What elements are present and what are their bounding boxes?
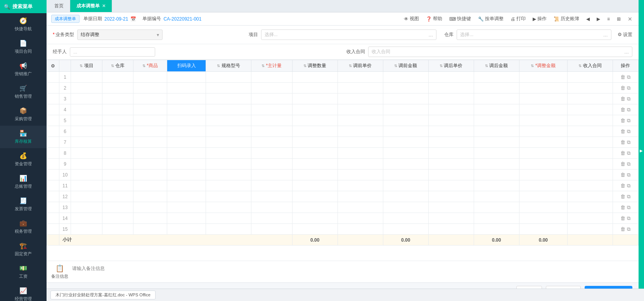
row-scan-input[interactable]: [167, 83, 206, 93]
tab-close-icon[interactable]: ✕: [102, 3, 106, 9]
row-adjust-qty[interactable]: [292, 83, 338, 93]
row-after-price[interactable]: [428, 137, 474, 148]
row-unit[interactable]: [251, 72, 292, 83]
row-scan-input[interactable]: [167, 170, 206, 180]
batch-adjust-btn[interactable]: 🔧 按单调整: [476, 15, 505, 23]
row-after-amount[interactable]: [474, 213, 519, 224]
table-row[interactable]: 8 🗑 ⧉: [47, 148, 639, 159]
row-scan-input[interactable]: [167, 180, 206, 191]
sidebar-item-payroll[interactable]: 💵 工资: [0, 261, 47, 283]
row-after-price[interactable]: [428, 115, 474, 126]
row-project[interactable]: [71, 213, 102, 224]
row-unit[interactable]: [251, 213, 292, 224]
row-adjust-amount[interactable]: [519, 72, 567, 83]
row-scan-input[interactable]: [167, 213, 206, 224]
col-unit[interactable]: ⇅ *主计量: [251, 60, 292, 72]
row-project[interactable]: [71, 72, 102, 83]
row-delete-btn[interactable]: 🗑: [620, 215, 625, 221]
row-project[interactable]: [71, 93, 102, 104]
row-spec[interactable]: [206, 170, 251, 180]
row-project[interactable]: [71, 137, 102, 148]
row-scan-input[interactable]: [167, 202, 206, 213]
handler-input[interactable]: ...: [70, 47, 155, 57]
row-after-price[interactable]: [428, 104, 474, 115]
row-after-price[interactable]: [428, 83, 474, 93]
row-unit[interactable]: [251, 148, 292, 159]
table-row[interactable]: 1 🗑 ⧉: [47, 72, 639, 83]
row-before-price[interactable]: [338, 148, 383, 159]
row-scan-input[interactable]: [167, 72, 206, 83]
income-contract-ellipsis[interactable]: …: [624, 49, 629, 55]
row-product[interactable]: [133, 170, 167, 180]
row-after-amount[interactable]: [474, 202, 519, 213]
row-unit[interactable]: [251, 126, 292, 137]
row-before-amount[interactable]: [383, 224, 428, 235]
row-project[interactable]: [71, 104, 102, 115]
row-product[interactable]: [133, 202, 167, 213]
row-copy-btn[interactable]: ⧉: [627, 161, 630, 167]
row-copy-btn[interactable]: ⧉: [627, 107, 630, 113]
row-unit[interactable]: [251, 170, 292, 180]
row-warehouse[interactable]: [102, 93, 133, 104]
sidebar-item-sales-promotion[interactable]: 📢 营销推广: [0, 58, 47, 81]
row-after-price[interactable]: [428, 202, 474, 213]
row-product[interactable]: [133, 83, 167, 93]
date-value[interactable]: 2022-09-21: [104, 16, 128, 22]
row-adjust-qty[interactable]: [292, 191, 338, 202]
row-before-amount[interactable]: [383, 180, 428, 191]
row-scan-input[interactable]: [167, 126, 206, 137]
row-adjust-amount[interactable]: [519, 224, 567, 235]
row-before-amount[interactable]: [383, 191, 428, 202]
row-spec[interactable]: [206, 180, 251, 191]
income-contract-input[interactable]: 收入合同 …: [368, 47, 632, 57]
row-scan-input[interactable]: [167, 159, 206, 170]
row-warehouse[interactable]: [102, 170, 133, 180]
col-warehouse[interactable]: ⇅ 仓库: [102, 60, 133, 72]
row-income-contract[interactable]: [567, 148, 613, 159]
row-adjust-qty[interactable]: [292, 72, 338, 83]
row-spec[interactable]: [206, 202, 251, 213]
row-project[interactable]: [71, 191, 102, 202]
doc-close-btn[interactable]: ✕: [626, 16, 634, 22]
row-adjust-qty[interactable]: [292, 170, 338, 180]
row-before-price[interactable]: [338, 72, 383, 83]
row-adjust-amount[interactable]: [519, 126, 567, 137]
layout-list-btn[interactable]: ≡: [606, 16, 611, 22]
row-delete-btn[interactable]: 🗑: [620, 172, 625, 178]
row-before-price[interactable]: [338, 137, 383, 148]
row-after-amount[interactable]: [474, 148, 519, 159]
row-income-contract[interactable]: [567, 170, 613, 180]
history-btn[interactable]: 📜 历史账簿: [552, 15, 581, 23]
row-after-amount[interactable]: [474, 224, 519, 235]
row-spec[interactable]: [206, 104, 251, 115]
row-delete-btn[interactable]: 🗑: [620, 118, 625, 123]
settings-form-icon[interactable]: ⚙ 设置: [618, 31, 632, 38]
row-income-contract[interactable]: [567, 202, 613, 213]
row-adjust-amount[interactable]: [519, 191, 567, 202]
row-before-amount[interactable]: [383, 159, 428, 170]
row-unit[interactable]: [251, 115, 292, 126]
row-product[interactable]: [133, 72, 167, 83]
row-warehouse[interactable]: [102, 137, 133, 148]
row-delete-btn[interactable]: 🗑: [620, 226, 625, 232]
row-adjust-qty[interactable]: [292, 202, 338, 213]
table-row[interactable]: 4 🗑 ⧉: [47, 104, 639, 115]
calendar-icon[interactable]: 📅: [130, 16, 136, 22]
row-adjust-amount[interactable]: [519, 213, 567, 224]
table-row[interactable]: 5 🗑 ⧉: [47, 115, 639, 126]
right-edge-panel[interactable]: ▶: [639, 0, 644, 301]
tab-home[interactable]: 首页: [48, 0, 70, 12]
row-before-price[interactable]: [338, 159, 383, 170]
table-row[interactable]: 7 🗑 ⧉: [47, 137, 639, 148]
row-project[interactable]: [71, 83, 102, 93]
row-after-amount[interactable]: [474, 83, 519, 93]
row-unit[interactable]: [251, 83, 292, 93]
row-product[interactable]: [133, 137, 167, 148]
row-product[interactable]: [133, 180, 167, 191]
col-after-price[interactable]: ⇅ 调后单价: [428, 60, 474, 72]
row-adjust-amount[interactable]: [519, 115, 567, 126]
warehouse-ellipsis[interactable]: …: [603, 32, 608, 38]
row-project[interactable]: [71, 148, 102, 159]
row-adjust-qty[interactable]: [292, 180, 338, 191]
row-adjust-qty[interactable]: [292, 115, 338, 126]
